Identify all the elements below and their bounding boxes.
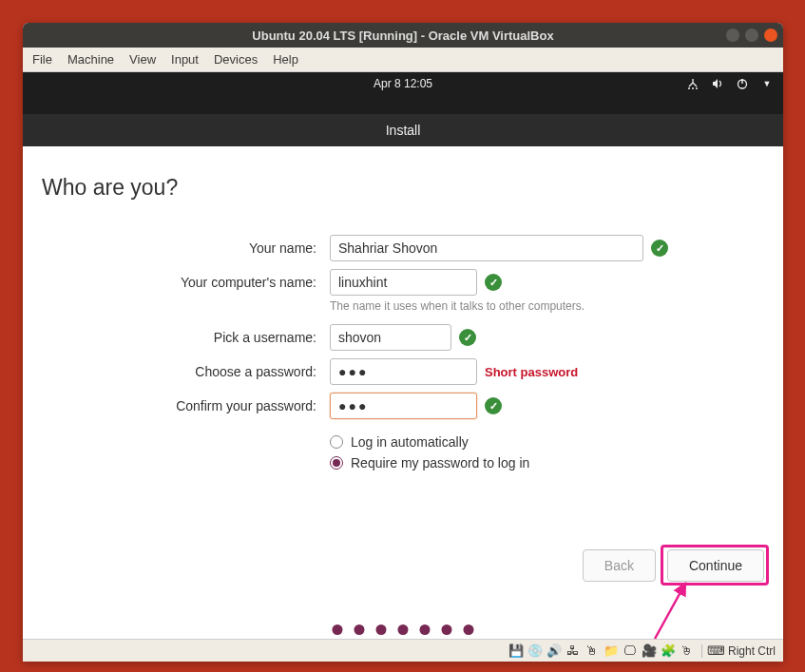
menu-devices[interactable]: Devices	[214, 52, 258, 67]
page-title: Who are you?	[42, 175, 764, 201]
recording-icon[interactable]: 🎥	[642, 643, 657, 659]
dot	[376, 624, 387, 635]
dot	[398, 624, 409, 635]
nav-buttons: Back Continue	[583, 549, 764, 582]
radio-button	[330, 435, 343, 449]
gnome-status-icons[interactable]: ▼	[686, 77, 774, 90]
chevron-down-icon: ▼	[760, 77, 774, 90]
virtualbox-window: Ubuntu 20.04 LTS [Running] - Oracle VM V…	[23, 23, 783, 662]
computer-name-input[interactable]	[330, 269, 477, 296]
label-password: Choose a password:	[42, 364, 322, 379]
gnome-topbar: Apr 8 12:05 ▼	[23, 72, 783, 95]
volume-icon	[711, 77, 724, 90]
vbox-menubar: File Machine View Input Devices Help	[23, 48, 783, 72]
confirm-password-input[interactable]	[330, 393, 477, 419]
row-confirm: Confirm your password: ✓	[42, 393, 764, 419]
menu-help[interactable]: Help	[273, 52, 298, 67]
progress-dots	[333, 624, 474, 635]
close-button[interactable]	[764, 29, 777, 42]
audio-icon[interactable]: 🔊	[546, 643, 562, 659]
radio-label: Log in automatically	[351, 434, 469, 450]
gnome-clock[interactable]: Apr 8 12:05	[374, 77, 432, 90]
radio-label: Require my password to log in	[351, 455, 529, 470]
vbox-titlebar: Ubuntu 20.04 LTS [Running] - Oracle VM V…	[23, 23, 783, 48]
dot	[355, 624, 365, 635]
label-username: Pick a username:	[42, 330, 322, 345]
shared-folder-icon[interactable]: 📁	[604, 643, 619, 659]
menu-file[interactable]: File	[32, 52, 52, 67]
radio-button-selected	[330, 456, 343, 470]
row-name: Your name: ✓	[42, 235, 764, 261]
label-confirm: Confirm your password:	[42, 398, 322, 413]
power-icon	[736, 77, 749, 90]
optical-disk-icon[interactable]: 💿	[527, 643, 543, 659]
dot	[442, 624, 452, 635]
password-warning: Short password	[485, 365, 578, 379]
installer-spacer	[23, 95, 783, 114]
form: Your name: ✓ Your computer's name: ✓ The…	[42, 235, 764, 470]
username-input[interactable]	[330, 324, 451, 351]
check-icon: ✓	[651, 240, 668, 257]
installer-header: Install	[23, 114, 783, 146]
cpu-icon[interactable]: 🧩	[661, 643, 676, 659]
usb-icon[interactable]: 🖱	[585, 643, 600, 659]
menu-input[interactable]: Input	[171, 52, 199, 67]
installer-body: Who are you? Your name: ✓ Your computer'…	[23, 146, 783, 639]
dot	[464, 624, 474, 635]
network-adapter-icon[interactable]: 🖧	[565, 643, 581, 659]
check-icon: ✓	[459, 329, 476, 346]
check-icon: ✓	[485, 274, 502, 291]
mouse-integration-icon[interactable]: 🖰	[680, 643, 695, 659]
radio-require-password[interactable]: Require my password to log in	[330, 455, 764, 470]
vbox-window-controls	[726, 29, 777, 42]
maximize-button[interactable]	[745, 29, 758, 42]
row-password: Choose a password: Short password	[42, 358, 764, 385]
vbox-title: Ubuntu 20.04 LTS [Running] - Oracle VM V…	[252, 29, 553, 43]
name-input[interactable]	[330, 235, 643, 261]
dot	[333, 624, 343, 635]
minimize-button[interactable]	[726, 29, 739, 42]
radio-auto-login[interactable]: Log in automatically	[330, 434, 764, 450]
network-icon	[686, 77, 700, 90]
hard-disk-icon[interactable]: 💾	[508, 643, 524, 659]
password-input[interactable]	[330, 358, 477, 385]
dot	[420, 624, 431, 635]
back-button[interactable]: Back	[583, 549, 656, 582]
hint-computer: The name it uses when it talks to other …	[330, 299, 764, 313]
host-key-label: Right Ctrl	[728, 644, 776, 658]
installer-header-text: Install	[386, 123, 421, 138]
svg-line-2	[655, 584, 685, 639]
separator	[701, 644, 702, 658]
login-options: Log in automatically Require my password…	[330, 434, 764, 470]
keyboard-icon[interactable]: ⌨	[709, 643, 724, 659]
menu-view[interactable]: View	[129, 52, 156, 67]
label-name: Your name:	[42, 240, 322, 256]
menu-machine[interactable]: Machine	[67, 52, 114, 67]
display-icon[interactable]: 🖵	[623, 643, 638, 659]
annotation-arrow-icon	[645, 576, 702, 643]
label-computer: Your computer's name:	[42, 275, 322, 290]
row-username: Pick a username: ✓	[42, 324, 764, 351]
continue-button[interactable]: Continue	[667, 549, 764, 582]
vbox-statusbar: 💾 💿 🔊 🖧 🖱 📁 🖵 🎥 🧩 🖰 ⌨ Right Ctrl	[23, 639, 783, 662]
check-icon: ✓	[485, 397, 502, 414]
row-computer: Your computer's name: ✓	[42, 269, 764, 296]
